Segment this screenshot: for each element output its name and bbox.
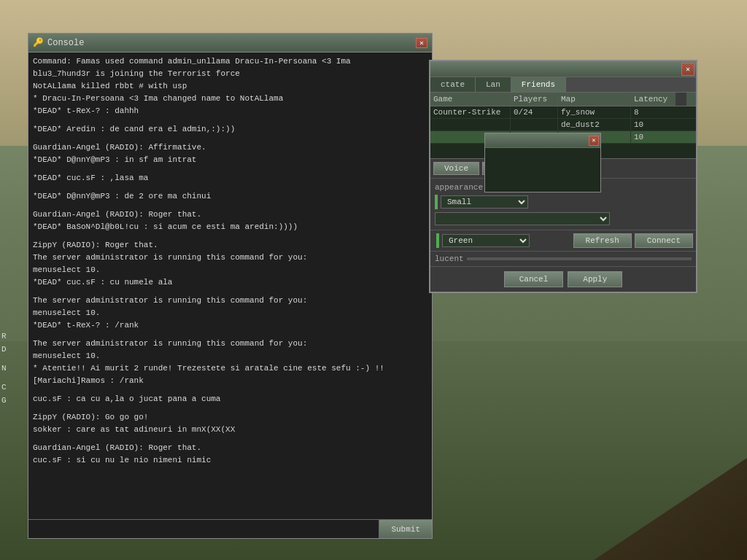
color-indicator [435,195,438,209]
console-line: *DEAD* Aredin : de cand era el admin,:):… [33,123,427,136]
row-game: Counter-Strike [430,106,511,118]
console-line: Guardian-Angel (RADIO): Roger that. [33,442,427,454]
console-title-area: 🔑 Console [33,38,84,48]
console-line: cuc.sF : si cu nu le nio nimeni nimic [33,454,427,467]
lucent-row: lucent [430,252,696,267]
lucent-slider[interactable] [467,257,692,260]
console-line: *DEAD* D@nnY@mP3 : in sf am intrat [33,154,427,166]
row-players [511,119,558,131]
console-titlebar: 🔑 Console ✕ [28,34,432,52]
cancel-button[interactable]: Cancel [504,271,564,287]
console-input-row: Submit [28,519,432,538]
server-table-row[interactable]: Counter-Strike0/24fy_snow8 [430,106,696,119]
console-line: NotALlama killed rbbt # with usp [33,80,427,93]
console-line [33,166,427,172]
voice-button[interactable]: Voice [433,162,479,175]
console-line [33,332,427,338]
color-indicator-2 [436,233,439,248]
console-line: menuselect 10. [33,350,427,362]
row-players: 0/24 [511,106,558,118]
console-line: * Dracu-In-Persoana <3 Ima changed name … [33,93,427,105]
console-line: menuselect 10. [33,264,427,276]
appearance-controls: Small Medium Large [435,195,692,225]
console-line [33,289,427,295]
color-select[interactable]: Green Blue Red White [442,234,530,247]
small-dialog-titlebar: ✕ [485,133,600,148]
console-close-button[interactable]: ✕ [416,38,427,48]
size-select[interactable]: Small Medium Large [441,195,528,209]
console-line: blu3_7hund3r is joining the Terrorist fo… [33,68,427,80]
console-line [33,203,427,209]
small-dialog-content [485,148,600,192]
wide-select-row [435,212,692,225]
console-icon: 🔑 [33,38,43,48]
server-table-row[interactable]: de_dust210 [430,119,696,131]
console-line: ZippY (RADIO): Roger that. [33,239,427,252]
console-line: Guardian-Angel (RADIO): Affirmative. [33,141,427,154]
small-dialog: ✕ [484,133,601,192]
server-tabs: ctate Lan Friends [430,77,696,93]
server-close-button[interactable]: ✕ [681,63,694,76]
console-line: * Atentie!! Ai murit 2 runde! Trezestete… [33,362,427,375]
lucent-label: lucent [435,254,464,263]
console-line: *DEAD* BaSoN^Dl@b0L!cu : si acum ce esti… [33,221,427,233]
console-line: [Mariachi]Ramos : /rank [33,375,427,387]
console-line: The server administrator is running this… [33,295,427,307]
row-map: fy_snow [558,106,631,118]
server-table-header: Game Players Map Latency [430,93,696,106]
header-map: Map [558,93,631,106]
console-line [33,184,427,190]
color-row: Green Blue Red White [433,233,530,248]
console-line [33,387,427,393]
console-line [33,136,427,141]
console-window: 🔑 Console ✕ Command: Famas used command … [28,33,433,539]
game-chat-overlay: R D N C G [0,328,29,408]
console-line: *DEAD* cuc.sF : cu numele ala [33,276,427,289]
row-game [430,119,511,131]
header-scroll [675,93,686,106]
wide-select[interactable] [435,212,610,225]
console-output: Command: Famas used command admin_unllam… [28,52,432,519]
console-line [33,117,427,123]
tab-ctate[interactable]: ctate [430,77,476,92]
console-line: Command: Famas used command admin_unllam… [33,55,427,68]
server-titlebar: ✕ [430,61,696,77]
header-game: Game [430,93,511,106]
small-dialog-close[interactable]: ✕ [589,136,599,146]
console-title: Console [47,38,84,48]
cancel-apply-row: Cancel Apply [430,267,696,292]
console-line: ZippY (RADIO): Go go go! [33,411,427,424]
row-latency: 10 [631,119,675,131]
console-submit-button[interactable]: Submit [379,520,432,538]
tab-lan[interactable]: Lan [476,77,511,92]
refresh-button[interactable]: Refresh [573,233,632,248]
console-line: The server administrator is running this… [33,252,427,264]
console-input[interactable] [28,520,379,538]
console-line: sokker : care as tat adineuri in mnX(XX(… [33,424,427,436]
console-line: Guardian-Angel (RADIO): Roger that. [33,209,427,221]
console-line: *DEAD* D@nnY@mP3 : de 2 ore ma chinui [33,190,427,203]
console-line: *DEAD* t-ReX-? : dahhh [33,105,427,117]
console-line: *DEAD* cuc.sF : ,lasa ma [33,172,427,184]
console-line: *DEAD* t-ReX-? : /rank [33,319,427,332]
row-map: de_dust2 [558,119,631,131]
console-line [33,233,427,239]
size-row: Small Medium Large [435,195,692,209]
console-line [33,436,427,442]
row-latency: 10 [631,131,675,143]
console-line [33,405,427,411]
console-line: menuselect 10. [33,307,427,319]
refresh-connect-row: Green Blue Red White Refresh Connect [430,230,696,252]
header-players: Players [511,93,558,106]
row-latency: 8 [631,106,675,118]
header-latency: Latency [631,93,675,106]
apply-button[interactable]: Apply [568,271,622,287]
tab-friends[interactable]: Friends [511,77,566,92]
console-line: cuc.sF : ca cu a,la o jucat pana a cuma [33,393,427,405]
console-line: The server administrator is running this… [33,338,427,350]
connect-button[interactable]: Connect [635,233,693,248]
